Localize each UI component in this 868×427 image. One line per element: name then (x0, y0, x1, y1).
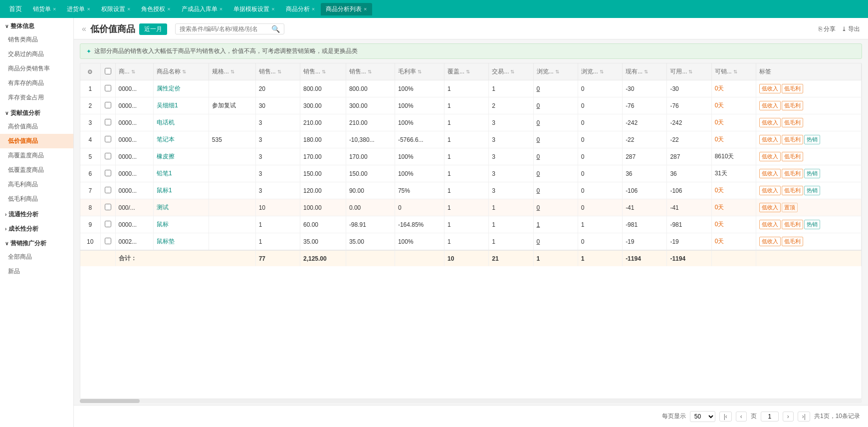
sidebar-item-traded[interactable]: 交易过的商品 (0, 47, 73, 61)
row-checkbox[interactable] (105, 204, 111, 210)
col-current[interactable]: 现有...⇅ (623, 63, 667, 80)
export-button[interactable]: ⤓ 导出 (842, 25, 860, 33)
sidebar-item-high-margin[interactable]: 高毛利商品 (0, 177, 73, 192)
col-trade[interactable]: 交易...⇅ (489, 63, 533, 80)
nav-role[interactable]: 角色授权 × (136, 3, 175, 15)
close-icon[interactable]: × (127, 6, 130, 12)
row-name[interactable]: 测试 (154, 199, 209, 216)
row-browse1[interactable]: 0 (533, 165, 578, 182)
sort-icon[interactable]: ⇅ (555, 69, 559, 74)
row-check[interactable] (100, 216, 115, 233)
nav-template[interactable]: 单据模板设置 × (228, 3, 279, 15)
row-name[interactable]: 铅笔1 (154, 165, 209, 182)
col-settings[interactable]: ⚙ (80, 63, 100, 80)
nav-permission[interactable]: 权限设置 × (96, 3, 135, 15)
sidebar-item-all-goods[interactable]: 全部商品 (0, 250, 73, 264)
col-saleable[interactable]: 可销...⇅ (711, 63, 756, 80)
sidebar-group-contribution[interactable]: ∨ 贡献值分析 (0, 105, 73, 119)
row-check[interactable] (100, 148, 115, 165)
close-icon[interactable]: × (271, 6, 274, 12)
sidebar-item-high-value[interactable]: 高价值商品 (0, 119, 73, 134)
sort-icon[interactable]: ⇅ (182, 69, 186, 74)
row-browse1[interactable]: 0 (533, 148, 578, 165)
sidebar-group-marketing[interactable]: ∨ 营销推广分析 (0, 235, 73, 250)
collapse-icon[interactable]: ∨ (5, 110, 8, 116)
sidebar-item-category-sales[interactable]: 商品分类销售率 (0, 61, 73, 76)
sidebar-toggle-icon[interactable]: « (82, 24, 86, 33)
nav-sales[interactable]: 销货单 × (28, 3, 61, 15)
sort-icon[interactable]: ⇅ (510, 69, 514, 74)
prev-page-button[interactable]: ‹ (736, 412, 747, 422)
nav-home[interactable]: 首页 (4, 2, 27, 15)
sort-icon[interactable]: ⇅ (368, 69, 372, 74)
row-browse1[interactable]: 1 (533, 216, 578, 233)
close-icon[interactable]: × (364, 6, 367, 12)
search-input[interactable] (180, 25, 269, 32)
row-name[interactable]: 笔记本 (154, 131, 209, 148)
row-name[interactable]: 属性定价 (154, 80, 209, 97)
horizontal-scrollbar[interactable] (80, 399, 862, 403)
close-icon[interactable]: × (312, 6, 315, 12)
sidebar-group-growth[interactable]: › 成长性分析 (0, 221, 73, 235)
page-input[interactable] (761, 412, 779, 422)
row-browse1[interactable]: 0 (533, 233, 578, 251)
sort-icon[interactable]: ⇅ (466, 69, 470, 74)
select-all-checkbox[interactable] (105, 68, 111, 74)
sort-icon[interactable]: ⇅ (600, 69, 604, 74)
sort-icon[interactable]: ⇅ (418, 69, 422, 74)
row-name[interactable]: 鼠标垫 (154, 233, 209, 251)
sidebar-item-high-coverage[interactable]: 高覆盖度商品 (0, 148, 73, 163)
sidebar-item-new-goods[interactable]: 新品 (0, 264, 73, 279)
first-page-button[interactable]: |‹ (719, 412, 732, 422)
row-checkbox[interactable] (105, 85, 111, 91)
row-checkbox[interactable] (105, 221, 111, 227)
row-browse1[interactable]: 0 (533, 97, 578, 114)
sidebar-item-sales-goods[interactable]: 销售类商品 (0, 32, 73, 47)
sort-icon[interactable]: ⇅ (131, 69, 135, 74)
row-name[interactable]: 电话机 (154, 114, 209, 131)
close-icon[interactable]: × (167, 6, 170, 12)
row-name[interactable]: 橡皮擦 (154, 148, 209, 165)
row-check[interactable] (100, 233, 115, 251)
close-icon[interactable]: × (87, 6, 90, 12)
col-coverage[interactable]: 覆盖...⇅ (444, 63, 489, 80)
col-sales1[interactable]: 销售...⇅ (255, 63, 300, 80)
row-checkbox[interactable] (105, 119, 111, 125)
sidebar-item-low-coverage[interactable]: 低覆盖度商品 (0, 163, 73, 177)
page-size-select[interactable]: 50 100 (690, 411, 715, 422)
col-margin[interactable]: 毛利率⇅ (395, 63, 444, 80)
col-sales3[interactable]: 销售...⇅ (346, 63, 395, 80)
sidebar-item-with-stock[interactable]: 有库存的商品 (0, 76, 73, 90)
row-checkbox[interactable] (105, 187, 111, 193)
scrollbar-thumb[interactable] (80, 399, 140, 403)
sort-icon[interactable]: ⇅ (277, 69, 281, 74)
col-browse1[interactable]: 浏览...⇅ (533, 63, 578, 80)
row-name[interactable]: 鼠标 (154, 216, 209, 233)
sidebar-group-flow[interactable]: › 流通性分析 (0, 206, 73, 221)
sidebar-group-overall[interactable]: ∨ 整体信息 (0, 18, 73, 32)
sort-icon[interactable]: ⇅ (322, 69, 326, 74)
row-browse1[interactable]: 0 (533, 114, 578, 131)
row-checkbox[interactable] (105, 153, 111, 159)
col-spec[interactable]: 规格...⇅ (209, 63, 255, 80)
close-icon[interactable]: × (53, 6, 56, 12)
row-check[interactable] (100, 97, 115, 114)
nav-product-analysis[interactable]: 商品分析 × (281, 3, 320, 15)
row-check[interactable] (100, 80, 115, 97)
col-browse2[interactable]: 浏览...⇅ (578, 63, 622, 80)
col-usable[interactable]: 可用...⇅ (667, 63, 711, 80)
col-code[interactable]: 商...⇅ (115, 63, 154, 80)
close-icon[interactable]: × (219, 6, 222, 12)
row-browse1[interactable]: 0 (533, 199, 578, 216)
nav-product-in[interactable]: 产成品入库单 × (177, 3, 227, 15)
row-checkbox[interactable] (105, 102, 111, 108)
row-name[interactable]: 吴细细1 (154, 97, 209, 114)
sort-icon[interactable]: ⇅ (644, 69, 648, 74)
nav-product-list[interactable]: 商品分析列表 × (321, 3, 372, 15)
row-checkbox[interactable] (105, 170, 111, 176)
row-check[interactable] (100, 165, 115, 182)
row-check[interactable] (100, 131, 115, 148)
row-checkbox[interactable] (105, 238, 111, 244)
row-checkbox[interactable] (105, 136, 111, 142)
collapse-icon[interactable]: ∨ (5, 241, 8, 246)
